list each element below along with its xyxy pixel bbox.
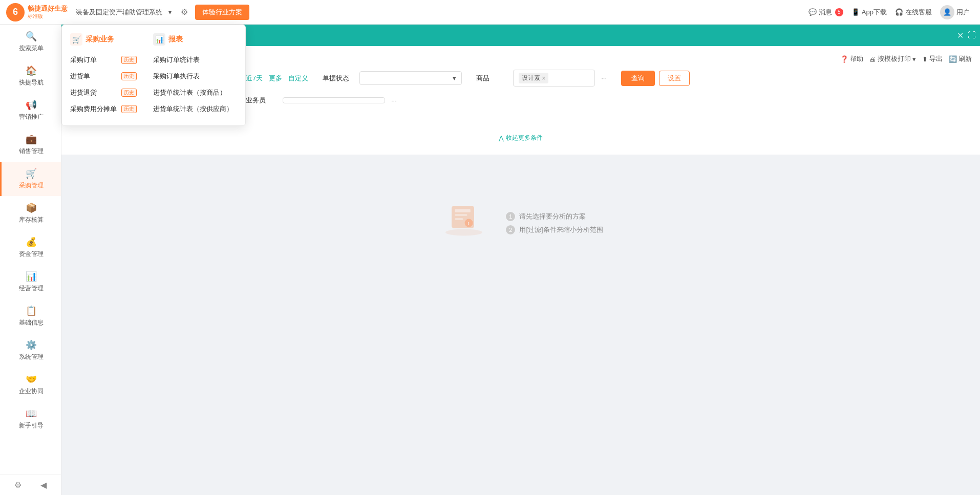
dropdown-menu: 🛒 采购业务 采购订单 历史 进货单 历史 进货退货 历史 采购费用分摊单 历史… (61, 25, 246, 126)
purchase-menu-icon: 🛒 (70, 33, 82, 46)
purchase-return-label: 进货退货 (70, 88, 97, 97)
report-arrival-product-label: 进货单统计表（按商品） (153, 88, 226, 97)
report-arrival-supplier-label: 进货单统计表（按供应商） (153, 104, 233, 114)
purchase-arrival-history-badge: 历史 (121, 72, 137, 80)
menu-item-purchase-arrival[interactable]: 进货单 历史 (70, 68, 137, 84)
purchase-cost-history-badge: 历史 (121, 105, 137, 113)
menu-item-report-arrival-supplier[interactable]: 进货单统计表（按供应商） (153, 101, 233, 117)
report-menu-section: 📊 报表 采购订单统计表 采购订单执行表 进货单统计表（按商品） 进货单统计表（… (153, 33, 233, 117)
purchase-menu-section: 🛒 采购业务 采购订单 历史 进货单 历史 进货退货 历史 采购费用分摊单 历史 (70, 33, 137, 117)
menu-item-purchase-order[interactable]: 采购订单 历史 (70, 52, 137, 68)
menu-item-purchase-cost[interactable]: 采购费用分摊单 历史 (70, 101, 137, 117)
purchase-cost-label: 采购费用分摊单 (70, 104, 117, 114)
menu-item-purchase-return[interactable]: 进货退货 历史 (70, 84, 137, 101)
purchase-arrival-label: 进货单 (70, 72, 90, 81)
purchase-return-history-badge: 历史 (121, 89, 137, 97)
purchase-section-title: 🛒 采购业务 (70, 33, 137, 46)
purchase-order-label: 采购订单 (70, 55, 97, 64)
report-order-stat-label: 采购订单统计表 (153, 55, 200, 64)
menu-item-report-arrival-product[interactable]: 进货单统计表（按商品） (153, 84, 233, 101)
menu-item-report-order-stat[interactable]: 采购订单统计表 (153, 52, 233, 68)
report-order-exec-label: 采购订单执行表 (153, 72, 200, 81)
report-section-title: 📊 报表 (153, 33, 233, 46)
menu-item-report-order-exec[interactable]: 采购订单执行表 (153, 68, 233, 84)
purchase-order-history-badge: 历史 (121, 56, 137, 64)
report-menu-icon: 📊 (153, 33, 165, 46)
